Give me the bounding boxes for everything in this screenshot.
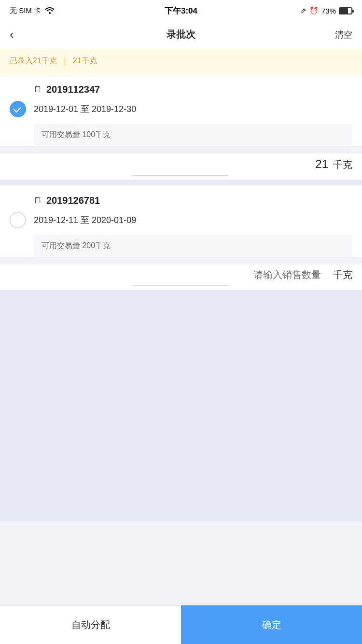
batch1-available: 可用交易量 100千克 xyxy=(34,124,352,146)
auto-distribute-button[interactable]: 自动分配 xyxy=(0,605,181,644)
wifi-icon xyxy=(45,6,55,15)
batch1-icon: 🗒 xyxy=(34,84,42,95)
battery-icon xyxy=(339,7,352,14)
batch-card-2: 🗒 2019126781 2019-12-11 至 2020-01-09 可用交… xyxy=(0,185,362,257)
batch2-available: 可用交易量 200千克 xyxy=(34,235,352,257)
batch2-header: 🗒 2019126781 xyxy=(10,195,352,206)
status-time: 下午3:04 xyxy=(165,5,197,16)
batch2-quantity-input[interactable] xyxy=(10,269,328,280)
batch1-date: 2019-12-01 至 2019-12-30 xyxy=(34,103,136,115)
nav-bar: ‹ 录批次 清空 xyxy=(0,21,362,48)
batch1-quantity-unit: 千克 xyxy=(333,158,352,171)
batch1-quantity-row: 21 千克 xyxy=(0,154,362,175)
empty-area xyxy=(0,290,362,521)
status-right: ⇗ ⏰ 73% xyxy=(300,6,352,15)
batch1-radio[interactable] xyxy=(10,101,26,117)
batch2-id: 2019126781 xyxy=(46,195,100,206)
batch1-divider xyxy=(0,175,362,180)
section-divider xyxy=(0,180,362,185)
batch2-radio[interactable] xyxy=(10,212,26,228)
status-bar: 无 SIM 卡 下午3:04 ⇗ ⏰ 73% xyxy=(0,0,362,21)
batch2-input-row: 千克 xyxy=(0,265,362,285)
location-icon: ⇗ xyxy=(300,6,306,15)
banner-divider xyxy=(65,56,65,66)
batch2-input-underline xyxy=(0,285,362,290)
total-label: 21千克 xyxy=(73,56,97,66)
batch1-header: 🗒 2019112347 xyxy=(10,84,352,95)
batch2-date: 2019-12-11 至 2020-01-09 xyxy=(34,214,136,226)
recorded-label: 已录入21千克 xyxy=(10,56,57,66)
confirm-button[interactable]: 确定 xyxy=(181,605,362,644)
batch2-date-row: 2019-12-11 至 2020-01-09 xyxy=(10,212,352,228)
batch2-unit: 千克 xyxy=(333,268,352,281)
page-title: 录批次 xyxy=(167,28,195,41)
batch-card-1: 🗒 2019112347 2019-12-01 至 2019-12-30 可用交… xyxy=(0,74,362,146)
status-left: 无 SIM 卡 xyxy=(10,6,55,15)
batch1-quantity-value: 21 xyxy=(315,157,328,171)
info-banner: 已录入21千克 21千克 xyxy=(0,48,362,74)
batch2-icon: 🗒 xyxy=(34,196,42,206)
batch1-id: 2019112347 xyxy=(46,84,100,95)
batch1-date-row: 2019-12-01 至 2019-12-30 xyxy=(10,101,352,117)
carrier-text: 无 SIM 卡 xyxy=(10,6,41,15)
back-button[interactable]: ‹ xyxy=(10,27,14,42)
clear-button[interactable]: 清空 xyxy=(335,29,352,41)
battery-text: 73% xyxy=(321,7,336,15)
bottom-bar: 自动分配 确定 xyxy=(0,605,362,644)
alarm-icon: ⏰ xyxy=(309,6,319,15)
